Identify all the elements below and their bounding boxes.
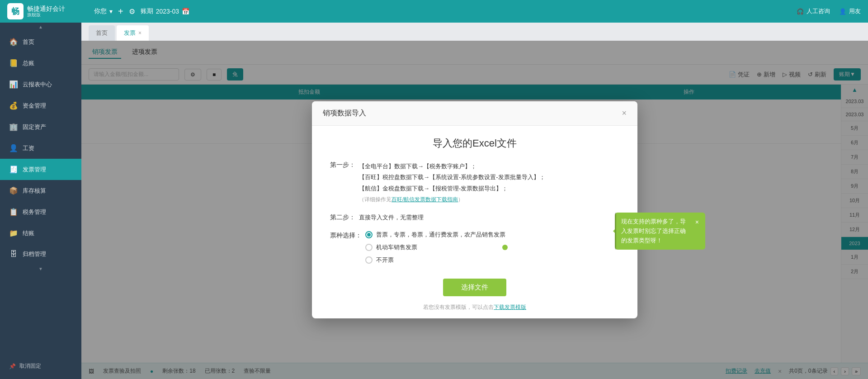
archive-icon: 🗄 — [9, 250, 18, 258]
sidebar-item-label: 工资 — [23, 144, 34, 152]
logo-text-area: 畅捷通好会计 旗舰版 — [27, 5, 65, 18]
settings-button[interactable]: ⚙ — [129, 7, 135, 16]
step1-key: 第一步： — [330, 161, 355, 169]
sidebar-item-inventory[interactable]: 📦 库存核算 — [0, 180, 81, 201]
step1-item1: 【全电平台】数据下载→【税务数字账户】； — [359, 161, 545, 172]
tab-invoice-label: 发票 — [124, 29, 136, 37]
report-icon: 📊 — [9, 80, 18, 89]
modal-overlay: 销项数据导入 × 导入您的Excel文件 第一步： 【全电平台】数据下载→【税务… — [81, 41, 868, 379]
logo-icon: 畅 — [7, 3, 24, 19]
sidebar-item-salary[interactable]: 👤 工资 — [0, 137, 81, 159]
download-hint-prefix: 若您没有发票模版，可以点击 — [423, 304, 494, 310]
tab-home-label: 首页 — [96, 29, 108, 37]
download-hint: 若您没有发票模版，可以点击下载发票模版 — [330, 303, 619, 311]
radio-option-1[interactable]: 普票，专票，卷票，通行费发票，农产品销售发票 — [365, 231, 508, 239]
radio-label-1: 普票，专票，卷票，通行费发票，农产品销售发票 — [376, 231, 505, 239]
step1-hint: （详细操作见百旺/航信发票数据下载指南） — [359, 194, 545, 205]
radio-circle-3 — [365, 256, 373, 264]
sidebar-item-tax[interactable]: 📋 税务管理 — [0, 201, 81, 223]
sidebar-item-ledger[interactable]: 📒 总账 — [0, 52, 81, 74]
radio-circle-2 — [365, 244, 373, 251]
main-layout: ▲ 🏠 首页 📒 总账 📊 云报表中心 💰 资金管理 🏢 固定资产 👤 工资 🧾… — [0, 23, 868, 379]
sidebar-item-label: 首页 — [23, 38, 34, 46]
user-icon: 👤 — [839, 8, 846, 15]
modal-close-btn[interactable]: × — [622, 109, 627, 118]
step1-section: 第一步： 【全电平台】数据下载→【税务数字账户】； 【百旺】税控盘数据下载→【系… — [330, 161, 619, 205]
user-selector-text: 你您 — [94, 7, 107, 15]
sidebar-item-label: 发票管理 — [23, 166, 46, 174]
invoice-icon: 🧾 — [9, 165, 18, 174]
import-modal: 销项数据导入 × 导入您的Excel文件 第一步： 【全电平台】数据下载→【税务… — [312, 101, 637, 319]
period-label: 账期 — [141, 7, 153, 15]
content-area: 首页 发票 × 销项发票 进项发票 请输入金额/抵扣金额... — [81, 23, 868, 379]
radio-circle-1 — [365, 231, 373, 238]
sidebar-item-invoice[interactable]: 🧾 发票管理 — [0, 159, 81, 180]
tooltip-trigger[interactable] — [502, 245, 508, 250]
sidebar-item-assets[interactable]: 🏢 固定资产 — [0, 116, 81, 137]
period-value: 2023-03 — [156, 8, 179, 15]
user-label: 用友 — [849, 7, 861, 15]
download-template-link[interactable]: 下载发票模版 — [494, 304, 526, 310]
tab-invoice-close[interactable]: × — [138, 30, 142, 36]
sidebar-item-label: 结账 — [23, 229, 34, 237]
cancel-pin-btn[interactable]: 📌 取消固定 — [0, 358, 81, 374]
select-file-btn[interactable]: 选择文件 — [443, 279, 506, 296]
sidebar-item-label: 云报表中心 — [23, 81, 52, 89]
modal-header: 销项数据导入 × — [312, 101, 637, 126]
inner-content: 销项发票 进项发票 请输入金额/抵扣金额... ⚙ ■ 兔 📄 凭证 — [81, 41, 868, 379]
ticket-type-group: 票种选择： 普票，专票，卷票，通行费发票，农产品销售发票 — [330, 231, 619, 264]
ledger-icon: 📒 — [9, 59, 18, 67]
top-header: 畅 畅捷通好会计 旗舰版 你您 ▾ + ⚙ 账期 2023-03 📅 🎧 人工咨… — [0, 0, 868, 23]
tab-invoice[interactable]: 发票 × — [117, 25, 149, 41]
step2-key: 第二步： — [330, 213, 355, 222]
modal-footer: 选择文件 若您没有发票模版，可以点击下载发票模版 — [312, 279, 637, 318]
chevron-down-icon: ▾ — [109, 8, 113, 15]
step2-value: 直接导入文件，无需整理 — [359, 213, 424, 222]
ai-consult-btn[interactable]: 🎧 人工咨询 — [797, 7, 830, 15]
tab-home[interactable]: 首页 — [89, 25, 115, 41]
header-right: 🎧 人工咨询 👤 用友 — [797, 7, 861, 15]
sidebar-item-label: 税务管理 — [23, 208, 46, 216]
add-button[interactable]: + — [118, 6, 123, 17]
sidebar-item-label: 库存核算 — [23, 187, 46, 195]
ticket-select-label: 票种选择： — [330, 231, 362, 240]
sidebar-scroll-up[interactable]: ▲ — [0, 23, 81, 31]
hint-prefix: （详细操作见 — [359, 196, 392, 203]
sidebar-item-report[interactable]: 📊 云报表中心 — [0, 74, 81, 95]
sidebar-item-close[interactable]: 📁 结账 — [0, 223, 81, 244]
headset-icon: 🎧 — [797, 8, 804, 15]
hint-link[interactable]: 百旺/航信发票数据下载指南 — [392, 196, 458, 203]
sidebar-item-label: 资金管理 — [23, 102, 46, 110]
hint-suffix: ） — [458, 196, 463, 203]
assets-icon: 🏢 — [9, 123, 18, 131]
modal-body: 导入您的Excel文件 第一步： 【全电平台】数据下载→【税务数字账户】； 【百… — [312, 126, 637, 279]
step1-item3: 【航信】金税盘数据下载→【报税管理-发票数据导出】； — [359, 183, 545, 194]
radio-label-3: 不开票 — [376, 256, 394, 264]
app-badge: 旗舰版 — [27, 12, 65, 18]
user-selector[interactable]: 你您 ▾ — [94, 7, 113, 15]
sidebar-bottom: 📌 取消固定 — [0, 353, 81, 379]
tooltip-bar — [615, 213, 616, 250]
pin-icon: 📌 — [9, 363, 16, 370]
close-period-icon: 📁 — [9, 229, 18, 237]
sidebar-scroll-down[interactable]: ▼ — [0, 265, 81, 273]
calendar-icon[interactable]: 📅 — [182, 8, 189, 15]
sidebar-item-label: 总账 — [23, 59, 34, 67]
sidebar-item-finance[interactable]: 💰 资金管理 — [0, 95, 81, 116]
tooltip-close-btn[interactable]: × — [695, 217, 699, 227]
sidebar-item-home[interactable]: 🏠 首页 — [0, 31, 81, 52]
radio-options: 普票，专票，卷票，通行费发票，农产品销售发票 机动车销售发票 — [365, 231, 508, 264]
tab-bar: 首页 发票 × — [81, 23, 868, 41]
radio-option-2[interactable]: 机动车销售发票 — [365, 243, 417, 251]
sidebar-item-archive[interactable]: 🗄 归档管理 — [0, 244, 81, 265]
ai-consult-label: 人工咨询 — [807, 7, 830, 15]
app-name: 畅捷通好会计 — [27, 5, 65, 13]
tooltip-bubble: × 现在支持的票种多了，导入发票时别忘了选择正确的发票类型呀！ — [615, 213, 705, 250]
radio-option-3[interactable]: 不开票 — [365, 256, 508, 264]
user-btn[interactable]: 👤 用友 — [839, 7, 861, 15]
cancel-pin-label: 取消固定 — [19, 362, 41, 370]
step1-item2: 【百旺】税控盘数据下载→【系统设置-系统参数设置-发票批量导入】； — [359, 172, 545, 183]
period-display: 账期 2023-03 📅 — [141, 7, 189, 15]
step2-section: 第二步： 直接导入文件，无需整理 — [330, 213, 619, 222]
sidebar-item-label: 固定资产 — [23, 123, 46, 131]
